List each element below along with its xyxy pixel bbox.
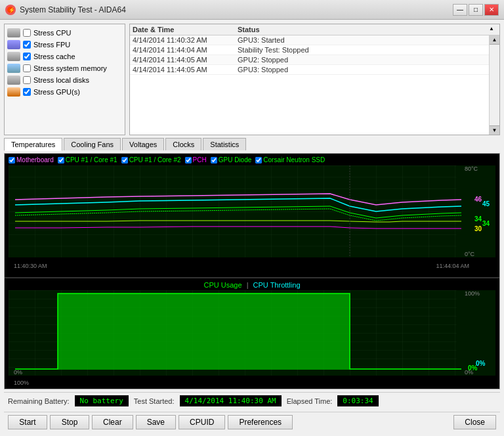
legend-gpu-diode: GPU Diode xyxy=(211,156,252,164)
toolbar: Start Stop Clear Save CPUID Preferences … xyxy=(4,412,500,432)
legend-motherboard: Motherboard xyxy=(9,156,54,164)
temp-chart-area: 80°C 0°C 46 45 34 34 30 xyxy=(9,165,495,257)
cpu-usage-chart: CPU Usage | CPU Throttling 100% 0% xyxy=(5,278,499,389)
battery-value: No battery xyxy=(75,395,129,406)
log-date-3: 4/14/2014 11:44:05 AM xyxy=(133,56,238,64)
stress-mem-item: Stress system memory xyxy=(7,62,122,74)
log-date-2: 4/14/2014 11:44:04 AM xyxy=(133,46,238,54)
stress-cache-checkbox[interactable] xyxy=(23,53,31,60)
tabs-bar: Temperatures Cooling Fans Voltages Clock… xyxy=(4,138,500,150)
log-status-1: GPU3: Started xyxy=(238,36,497,44)
stress-gpu-item: Stress GPU(s) xyxy=(7,86,122,98)
stress-fpu-label: Stress FPU xyxy=(33,41,70,49)
preferences-button[interactable]: Preferences xyxy=(228,415,293,429)
legend-ssd-check[interactable] xyxy=(255,157,262,164)
log-scrollbar[interactable]: ▲ ▼ xyxy=(489,35,499,135)
stress-cache-label: Stress cache xyxy=(33,53,75,60)
elapsed-value: 0:03:34 xyxy=(337,395,378,406)
stress-mem-label: Stress system memory xyxy=(33,64,107,72)
cpu-chart-svg: 100% 0% 0% 0% xyxy=(9,290,495,376)
stress-fpu-item: Stress FPU xyxy=(7,39,122,51)
tab-statistics[interactable]: Statistics xyxy=(203,138,246,150)
stress-mem-checkbox[interactable] xyxy=(23,64,31,72)
close-window-button[interactable]: ✕ xyxy=(484,4,499,16)
cpu-chart-title: CPU Usage | CPU Throttling xyxy=(9,281,495,289)
legend-cpu-core2-check[interactable] xyxy=(121,157,128,164)
legend-cpu-core1-label: CPU #1 / Core #1 xyxy=(66,156,117,164)
cpu-throttling-title: CPU Throttling xyxy=(253,281,301,289)
log-row-4: 4/14/2014 11:44:05 AM GPU3: Stopped xyxy=(130,65,499,75)
tab-clocks[interactable]: Clocks xyxy=(165,138,201,150)
stress-fpu-checkbox[interactable] xyxy=(23,41,31,49)
legend-pch: PCH xyxy=(185,156,207,164)
temperature-chart: Motherboard CPU #1 / Core #1 CPU #1 / Co… xyxy=(5,154,499,278)
stress-cache-item: Stress cache xyxy=(7,51,122,62)
mem-icon xyxy=(7,64,20,73)
tab-temperatures[interactable]: Temperatures xyxy=(4,138,62,151)
elapsed-label: Elapsed Time: xyxy=(287,397,333,405)
start-button[interactable]: Start xyxy=(8,415,47,429)
legend-cpu-core1-check[interactable] xyxy=(58,157,64,164)
tab-cooling-fans[interactable]: Cooling Fans xyxy=(64,138,121,150)
clear-button[interactable]: Clear xyxy=(92,415,133,429)
log-panel: Date & Time Status ▲ 4/14/2014 11:40:32 … xyxy=(129,24,500,135)
log-status-2: Stability Test: Stopped xyxy=(238,46,497,54)
stop-button[interactable]: Stop xyxy=(50,415,89,429)
log-date-header: Date & Time xyxy=(133,26,238,33)
svg-text:46: 46 xyxy=(474,196,482,203)
svg-rect-3 xyxy=(9,165,457,257)
maximize-button[interactable]: □ xyxy=(469,4,483,16)
charts-area: Motherboard CPU #1 / Core #1 CPU #1 / Co… xyxy=(4,153,500,389)
window-controls: — □ ✕ xyxy=(453,4,499,16)
svg-text:80°C: 80°C xyxy=(465,165,478,172)
temp-x-start-label: 11:40:30 AM xyxy=(14,263,47,269)
svg-text:34: 34 xyxy=(482,220,490,227)
log-scroll-down-btn[interactable]: ▼ xyxy=(490,125,499,135)
cpu-chart-sep: | xyxy=(247,281,249,289)
legend-gpu-diode-check[interactable] xyxy=(211,157,217,164)
stress-gpu-checkbox[interactable] xyxy=(23,88,31,96)
close-button[interactable]: Close xyxy=(453,415,496,429)
stress-disk-checkbox[interactable] xyxy=(23,76,31,84)
temp-legend: Motherboard CPU #1 / Core #1 CPU #1 / Co… xyxy=(9,156,495,164)
log-row-2: 4/14/2014 11:44:04 AM Stability Test: St… xyxy=(130,45,499,55)
battery-label: Remaining Battery: xyxy=(8,397,70,405)
status-bar: Remaining Battery: No battery Test Start… xyxy=(4,392,500,409)
legend-pch-check[interactable] xyxy=(185,157,192,164)
minimize-button[interactable]: — xyxy=(453,4,467,16)
legend-pch-label: PCH xyxy=(193,156,207,164)
cpuid-button[interactable]: CPUID xyxy=(178,415,225,429)
log-status-header: Status xyxy=(238,26,486,33)
stress-cpu-checkbox[interactable] xyxy=(23,29,31,37)
svg-text:100%: 100% xyxy=(465,290,480,297)
cpu-y-min: 0% xyxy=(14,369,22,376)
tab-voltages[interactable]: Voltages xyxy=(122,138,164,150)
legend-cpu-core1: CPU #1 / Core #1 xyxy=(58,156,117,164)
cpu-usage-block xyxy=(58,294,350,370)
log-scroll-up-arrow[interactable]: ▲ xyxy=(489,26,494,32)
legend-ssd-label: Corsair Neutron SSD xyxy=(263,156,325,164)
svg-text:30: 30 xyxy=(474,225,482,232)
legend-cpu-core2: CPU #1 / Core #2 xyxy=(121,156,181,164)
log-date-4: 4/14/2014 11:44:05 AM xyxy=(133,66,238,74)
legend-ssd: Corsair Neutron SSD xyxy=(255,156,325,164)
test-started-value: 4/14/2014 11:40:30 AM xyxy=(180,395,282,406)
legend-motherboard-check[interactable] xyxy=(9,157,15,164)
stress-disk-label: Stress local disks xyxy=(33,76,89,84)
stress-options-panel: Stress CPU Stress FPU Stress cache Stres… xyxy=(4,24,125,135)
save-button[interactable]: Save xyxy=(136,415,176,429)
cpu-y-max: 100% xyxy=(14,380,29,386)
temp-x-end-label: 11:44:04 AM xyxy=(436,263,469,269)
window-title: System Stability Test - AIDA64 xyxy=(20,5,126,14)
stress-disk-item: Stress local disks xyxy=(7,74,122,86)
log-scroll-up-btn[interactable]: ▲ xyxy=(490,35,499,45)
cpu-icon xyxy=(7,28,20,37)
log-body[interactable]: 4/14/2014 11:40:32 AM GPU3: Started 4/14… xyxy=(130,35,499,135)
cache-icon xyxy=(7,52,20,61)
gpu-icon xyxy=(7,87,20,97)
legend-gpu-diode-label: GPU Diode xyxy=(219,156,252,164)
log-date-1: 4/14/2014 11:40:32 AM xyxy=(133,36,238,44)
stress-cpu-item: Stress CPU xyxy=(7,27,122,39)
log-row-1: 4/14/2014 11:40:32 AM GPU3: Started xyxy=(130,35,499,45)
legend-motherboard-label: Motherboard xyxy=(16,156,54,164)
